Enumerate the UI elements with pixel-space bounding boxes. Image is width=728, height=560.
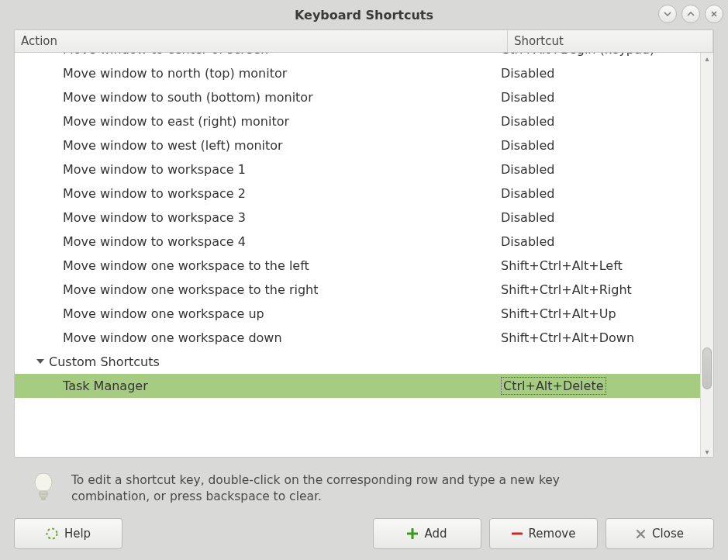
cell-action: Move window one workspace to the right (15, 282, 495, 297)
help-button-label: Help (64, 527, 91, 541)
cell-shortcut: Disabled (495, 234, 700, 249)
chevron-up-icon (687, 10, 695, 18)
close-icon (710, 10, 718, 18)
button-bar: Help Add Remove Close (14, 517, 714, 549)
table-row[interactable]: Move window to east (right) monitorDisab… (15, 109, 700, 133)
cell-action: Move window one workspace down (15, 330, 495, 345)
titlebar: Keyboard Shortcuts (0, 0, 728, 29)
cell-shortcut: Shift+Ctrl+Alt+Up (495, 306, 700, 321)
help-button[interactable]: Help (14, 518, 122, 549)
maximize-button[interactable] (681, 5, 700, 23)
cell-shortcut: Shift+Ctrl+Alt+Right (495, 282, 700, 297)
cell-action: Move window to workspace 3 (15, 210, 495, 225)
shortcuts-table: Action Shortcut Move window to center of… (14, 29, 714, 458)
minimize-button[interactable] (658, 5, 677, 23)
lightbulb-icon (29, 472, 57, 506)
cell-action: Move window to workspace 1 (15, 162, 495, 177)
close-button[interactable]: Close (606, 518, 714, 549)
table-row[interactable]: Move window one workspace upShift+Ctrl+A… (15, 302, 700, 326)
add-button[interactable]: Add (373, 518, 481, 549)
minus-icon (512, 528, 523, 539)
table-row[interactable]: Move window one workspace to the rightSh… (15, 278, 700, 302)
cell-shortcut: Shift+Ctrl+Alt+Down (495, 330, 700, 345)
help-icon (46, 527, 58, 540)
cell-action: Move window to west (left) monitor (15, 138, 495, 153)
table-row[interactable]: Move window to south (bottom) monitorDis… (15, 85, 700, 109)
cell-shortcut: Disabled (495, 210, 700, 225)
hint-text: To edit a shortcut key, double-click on … (71, 472, 599, 505)
cell-shortcut: Shift+Ctrl+Alt+Left (495, 258, 700, 273)
close-button-label: Close (652, 527, 684, 541)
cell-shortcut: Disabled (495, 138, 700, 153)
add-button-label: Add (424, 527, 447, 541)
chevron-down-icon (664, 10, 671, 18)
table-row[interactable]: Move window to workspace 4Disabled (15, 230, 700, 254)
cell-action: Move window to north (top) monitor (15, 66, 495, 81)
scrollbar-thumb[interactable] (702, 347, 712, 389)
cell-action: Move window to center of screen (15, 53, 495, 57)
dialog-content: Action Shortcut Move window to center of… (0, 29, 728, 560)
x-icon (636, 529, 646, 539)
cell-action: Move window to south (bottom) monitor (15, 90, 495, 105)
table-header: Action Shortcut (15, 30, 713, 53)
window-controls (658, 5, 723, 23)
cell-action: Move window to workspace 4 (15, 234, 495, 249)
cell-shortcut: Disabled (495, 90, 700, 105)
cell-shortcut: Disabled (495, 66, 700, 81)
column-header-shortcut[interactable]: Shortcut (508, 30, 713, 52)
vertical-scrollbar[interactable]: ▴ ▾ (700, 53, 713, 457)
table-row[interactable]: Move window to north (top) monitorDisabl… (15, 61, 700, 85)
scroll-up-arrow-icon[interactable]: ▴ (703, 54, 711, 62)
table-row[interactable]: Move window to workspace 1Disabled (15, 157, 700, 181)
svg-point-4 (47, 529, 57, 539)
table-row[interactable]: Move window one workspace downShift+Ctrl… (15, 326, 700, 350)
expander-icon[interactable] (36, 359, 44, 364)
cell-action: Move window to workspace 2 (15, 186, 495, 201)
close-window-button[interactable] (705, 5, 723, 23)
cell-shortcut[interactable]: Ctrl+Alt+Delete (495, 379, 700, 393)
table-row[interactable]: Move window to center of screenCtrl+Alt+… (15, 53, 700, 61)
cell-shortcut: Disabled (495, 114, 700, 129)
table-row-selected[interactable]: Task ManagerCtrl+Alt+Delete (15, 374, 700, 398)
table-body[interactable]: Move window to center of screenCtrl+Alt+… (15, 53, 700, 457)
plus-icon (407, 528, 418, 539)
cell-action: Task Manager (15, 379, 495, 393)
cell-shortcut: Disabled (495, 186, 700, 201)
table-row[interactable]: Move window to workspace 2Disabled (15, 181, 700, 206)
shortcut-editable-value[interactable]: Ctrl+Alt+Delete (501, 377, 606, 395)
svg-rect-3 (41, 497, 46, 500)
table-row[interactable]: Move window to workspace 3Disabled (15, 206, 700, 230)
cell-action: Move window to east (right) monitor (15, 114, 495, 129)
hint-row: To edit a shortcut key, double-click on … (14, 458, 714, 517)
cell-action: Move window one workspace up (15, 306, 495, 321)
svg-point-0 (35, 473, 52, 492)
table-row[interactable]: Move window to west (left) monitorDisabl… (15, 133, 700, 157)
scroll-down-arrow-icon[interactable]: ▾ (703, 448, 711, 455)
buttonbar-spacer (130, 518, 365, 549)
table-row[interactable]: Move window one workspace to the leftShi… (15, 254, 700, 278)
remove-button[interactable]: Remove (489, 518, 598, 549)
cell-action: Move window one workspace to the left (15, 258, 495, 273)
group-header-custom-shortcuts[interactable]: Custom Shortcuts (15, 350, 700, 374)
column-header-action[interactable]: Action (15, 30, 508, 52)
remove-button-label: Remove (529, 527, 576, 541)
cell-shortcut: Disabled (495, 162, 700, 177)
keyboard-shortcuts-window: Keyboard Shortcuts Action Shortcut Move … (0, 0, 728, 560)
cell-shortcut: Ctrl+Alt+Begin (keypad) (495, 53, 700, 57)
table-body-wrap: Move window to center of screenCtrl+Alt+… (15, 53, 713, 457)
window-title: Keyboard Shortcuts (295, 8, 433, 22)
